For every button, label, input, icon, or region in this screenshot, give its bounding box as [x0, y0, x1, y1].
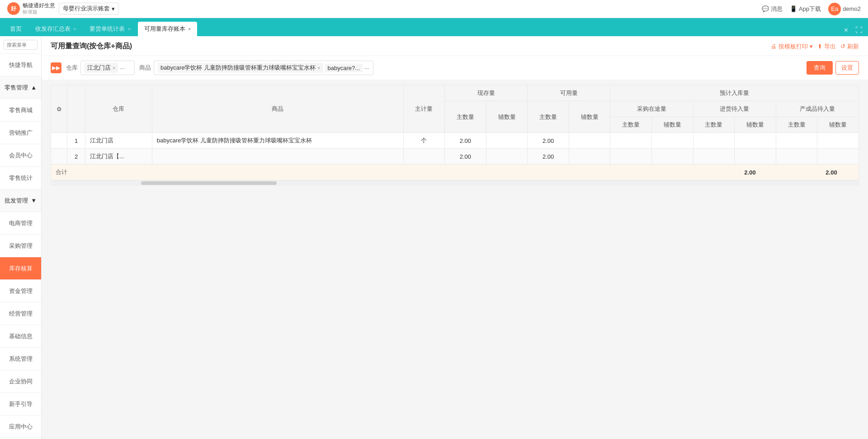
th-forecast-group: 预计入库量 — [610, 85, 859, 101]
sidebar-item-ecommerce-label: 电商管理 — [9, 219, 33, 227]
sidebar-item-members[interactable]: 会员中心 — [0, 144, 41, 167]
tab-home[interactable]: 首页 — [4, 22, 28, 36]
tab-bar-right: × ⛶ — [842, 24, 864, 36]
scroll-bar-area[interactable] — [51, 180, 859, 186]
cell-production-aux — [817, 133, 859, 149]
tab-yaohuo-close-icon[interactable]: × — [127, 26, 130, 32]
cell-goods: babycare学饮杯 儿童防摔防撞吸管杯重力球吸嘴杯宝宝水杯 — [152, 133, 403, 149]
top-bar-left: 好 畅捷通好生意 标准版 母婴行业演示账套 ▾ — [7, 2, 119, 15]
sidebar-item-basics[interactable]: 基础信息 — [0, 325, 41, 348]
cell-avail-aux — [569, 133, 610, 149]
sidebar-item-system-label: 系统管理 — [9, 355, 33, 363]
sidebar-item-purchase[interactable]: 采购管理 — [0, 235, 41, 257]
tab-keyongliang[interactable]: 可用量库存账本 × — [138, 22, 197, 36]
table-row: 1 江北门店 babycare学饮杯 儿童防摔防撞吸管杯重力球吸嘴杯宝宝水杯 个… — [51, 133, 859, 149]
home-tab-label: 首页 — [10, 25, 22, 33]
tab-keyongliang-close-icon[interactable]: × — [188, 26, 191, 32]
avatar: Ea — [828, 3, 841, 15]
fullscreen-icon[interactable]: ⛶ — [854, 24, 864, 36]
sidebar-item-enterprise[interactable]: 企业协同 — [0, 370, 41, 393]
sidebar: 快捷导航 零售管理 ▲ 零售商城 营销推广 会员中心 零售统计 批发管理 ▼ 电… — [0, 36, 42, 439]
sidebar-item-retail[interactable]: 零售管理 ▲ — [0, 76, 41, 99]
close-all-tabs-icon[interactable]: × — [842, 24, 850, 36]
table-container: ⚙ 仓库 商品 主计量 现存量 可用量 预计入库量 主数量 辅数量 主数量 辅数… — [42, 80, 868, 439]
warehouse-input[interactable]: 江北门店 × ··· — [80, 61, 135, 75]
sidebar-item-system[interactable]: 系统管理 — [0, 348, 41, 370]
th-incoming-group: 进货待入量 — [693, 101, 776, 117]
cell-incoming-main — [693, 133, 735, 149]
sidebar-item-apps-label: 应用中心 — [9, 423, 33, 431]
sidebar-item-wholesale[interactable]: 批发管理 ▼ — [0, 189, 41, 212]
cell-goods — [152, 149, 403, 165]
th-no — [67, 85, 85, 133]
chevron-print-icon: ▾ — [810, 43, 813, 50]
page-header: 可用量查询(按仓库+商品) 🖨 按模板打印 ▾ ⬆ 导出 ↺ 刷新 — [42, 36, 868, 56]
sidebar-item-newbie[interactable]: 新手引导 — [0, 393, 41, 415]
warehouse-more-icon[interactable]: ··· — [120, 65, 125, 71]
tab-shoufacun-close-icon[interactable]: × — [73, 26, 76, 32]
sidebar-item-marketing-label: 营销推广 — [9, 129, 33, 137]
cell-stock-aux — [486, 133, 528, 149]
industry-selector[interactable]: 母婴行业演示账套 ▾ — [59, 3, 119, 14]
goods-input[interactable]: babycare学饮杯 儿童防摔防撞吸管杯重力球吸嘴杯宝宝水杯 × babyca… — [154, 61, 373, 75]
quick-nav-label: 快捷导航 — [9, 61, 33, 69]
tab-shoufacun[interactable]: 收发存汇总表 × — [29, 22, 82, 36]
th-incoming-aux: 辅数量 — [735, 117, 776, 133]
goods-tag1-close-icon[interactable]: × — [317, 65, 320, 71]
cell-warehouse: 江北门店 — [85, 133, 152, 149]
app-download-button[interactable]: 📱 App下载 — [790, 5, 821, 13]
logo-sub: 标准版 — [23, 9, 55, 15]
sidebar-item-marketing[interactable]: 营销推广 — [0, 122, 41, 144]
user-profile[interactable]: Ea demo2 — [828, 3, 861, 15]
query-button[interactable]: 查询 — [807, 61, 833, 75]
filter-toggle-button[interactable]: ▶▶ — [51, 62, 61, 73]
tab-bar: 首页 收发存汇总表 × 要货单统计表 × 可用量库存账本 × × ⛶ — [0, 18, 868, 36]
sidebar-item-quick-nav[interactable]: 快捷导航 — [0, 54, 41, 76]
app-download-label: App下载 — [799, 5, 821, 13]
goods-tag1: babycare学饮杯 儿童防摔防撞吸管杯重力球吸嘴杯宝宝水杯 × — [158, 63, 323, 73]
sidebar-item-retail-stats[interactable]: 零售统计 — [0, 167, 41, 189]
th-warehouse: 仓库 — [85, 85, 152, 133]
logo-text: 畅捷通好生意 — [23, 2, 55, 9]
message-button[interactable]: 💬 消息 — [762, 5, 783, 13]
cell-gear — [51, 133, 67, 149]
cell-stock-aux — [486, 149, 528, 165]
search-menu-input[interactable] — [4, 40, 38, 50]
page-title: 可用量查询(按仓库+商品) — [51, 42, 132, 56]
sidebar-item-basics-label: 基础信息 — [9, 332, 33, 340]
scroll-thumb[interactable] — [141, 181, 277, 185]
content-area: 可用量查询(按仓库+商品) 🖨 按模板打印 ▾ ⬆ 导出 ↺ 刷新 ▶▶ — [42, 36, 868, 439]
export-button[interactable]: ⬆ 导出 — [817, 42, 836, 51]
th-production-group: 产成品待入量 — [776, 101, 859, 117]
refresh-button[interactable]: ↺ 刷新 — [840, 42, 859, 51]
tab-shoufacun-label: 收发存汇总表 — [35, 25, 71, 33]
sidebar-item-operations[interactable]: 经营管理 — [0, 302, 41, 325]
export-label: 导出 — [824, 42, 836, 51]
cell-production-aux — [817, 149, 859, 165]
cell-production-main — [776, 149, 817, 165]
sidebar-item-members-label: 会员中心 — [9, 151, 33, 160]
th-purchase-main: 主数量 — [610, 117, 652, 133]
tab-yaohuo[interactable]: 要货单统计表 × — [83, 22, 137, 36]
cell-no: 1 — [67, 133, 85, 149]
filter-actions: 查询 设置 — [807, 61, 859, 75]
logo-icon: 好 — [7, 2, 20, 15]
main-layout: 快捷导航 零售管理 ▲ 零售商城 营销推广 会员中心 零售统计 批发管理 ▼ 电… — [0, 36, 868, 439]
sidebar-item-apps[interactable]: 应用中心 — [0, 415, 41, 438]
goods-more-icon[interactable]: ··· — [364, 65, 369, 71]
warehouse-tag-close-icon[interactable]: × — [113, 65, 115, 71]
table-footer: 合计 2.00 2.00 — [51, 165, 859, 180]
footer-label: 合计 — [56, 168, 92, 176]
cell-avail-main: 2.00 — [528, 149, 569, 165]
logo-area: 好 畅捷通好生意 标准版 — [7, 2, 55, 15]
template-print-button[interactable]: 🖨 按模板打印 ▾ — [771, 42, 813, 51]
export-icon: ⬆ — [817, 43, 822, 50]
warehouse-tag: 江北门店 × — [85, 63, 118, 73]
sidebar-item-ecommerce[interactable]: 电商管理 — [0, 212, 41, 235]
sidebar-item-finance[interactable]: 资金管理 — [0, 280, 41, 302]
settings-button[interactable]: 设置 — [835, 61, 859, 75]
sidebar-item-inventory[interactable]: 库存核算 — [0, 257, 41, 280]
th-gear[interactable]: ⚙ — [51, 85, 67, 133]
sidebar-item-retail-mall[interactable]: 零售商城 — [0, 99, 41, 122]
search-menu-area — [0, 36, 41, 54]
